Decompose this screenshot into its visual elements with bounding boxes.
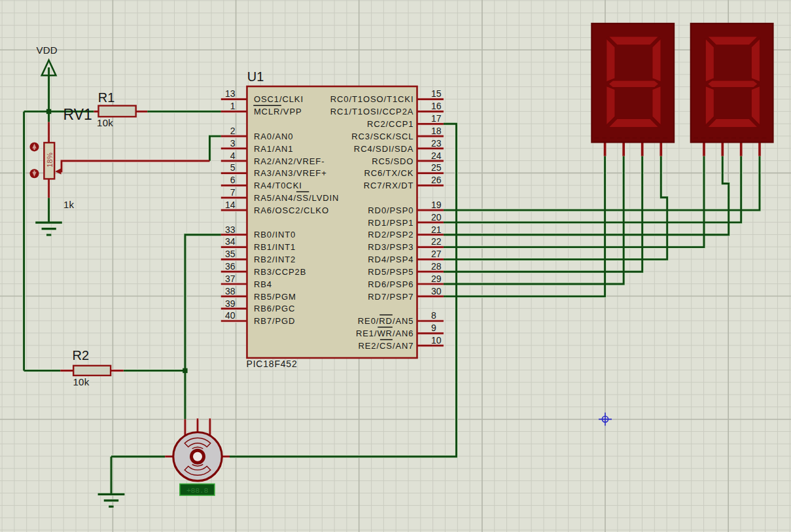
svg-text:U1: U1	[247, 69, 264, 84]
svg-text:36: 36	[225, 261, 236, 272]
svg-text:28: 28	[431, 261, 442, 272]
svg-text:10k: 10k	[97, 117, 113, 128]
svg-text:RB4: RB4	[254, 279, 272, 289]
svg-text:RC0/T1OSO/T1CKI: RC0/T1OSO/T1CKI	[330, 94, 414, 104]
svg-text:RC4/SDI/SDA: RC4/SDI/SDA	[354, 144, 414, 154]
svg-text:18%: 18%	[46, 152, 54, 168]
svg-text:1: 1	[230, 101, 236, 111]
svg-text:22: 22	[431, 236, 442, 247]
svg-text:RC3/SCK/SCL: RC3/SCK/SCL	[351, 132, 413, 141]
svg-text:7: 7	[230, 187, 236, 198]
svg-text:18: 18	[431, 126, 442, 136]
svg-text:8: 8	[431, 310, 436, 321]
svg-text:RA4/T0CKI: RA4/T0CKI	[254, 181, 302, 190]
svg-text:MCLR/VPP: MCLR/VPP	[254, 107, 302, 116]
svg-text:29: 29	[431, 274, 442, 284]
svg-text:RA6/OSC2/CLKO: RA6/OSC2/CLKO	[254, 205, 329, 215]
svg-text:PIC18F452: PIC18F452	[247, 359, 298, 369]
svg-text:RC7/RX/DT: RC7/RX/DT	[364, 181, 414, 190]
svg-text:RE0/RD/AN5: RE0/RD/AN5	[358, 316, 414, 326]
svg-text:RB2/INT2: RB2/INT2	[254, 255, 296, 264]
svg-text:RE2/CS/AN7: RE2/CS/AN7	[359, 341, 414, 351]
svg-text:RA0/AN0: RA0/AN0	[254, 132, 294, 141]
svg-text:27: 27	[431, 249, 442, 259]
svg-text:RD3/PSP3: RD3/PSP3	[368, 242, 413, 252]
svg-text:RB7/PGD: RB7/PGD	[254, 316, 295, 326]
svg-text:3: 3	[230, 138, 236, 149]
svg-text:16: 16	[431, 101, 442, 111]
svg-text:21: 21	[431, 224, 442, 235]
svg-text:35: 35	[225, 249, 236, 259]
svg-text:RC1/T1OSI/CCP2A: RC1/T1OSI/CCP2A	[330, 107, 414, 116]
svg-text:14: 14	[225, 200, 236, 210]
svg-text:37: 37	[225, 274, 236, 284]
svg-text:RC5/SDO: RC5/SDO	[372, 156, 413, 166]
svg-text:RB0/INT0: RB0/INT0	[254, 230, 296, 239]
svg-text:OSC1/CLKI: OSC1/CLKI	[254, 94, 304, 104]
svg-text:RD7/PSP7: RD7/PSP7	[368, 292, 413, 302]
svg-text:RD6/PSP6: RD6/PSP6	[368, 279, 413, 289]
svg-text:RD0/PSP0: RD0/PSP0	[368, 205, 413, 215]
svg-text:30: 30	[431, 286, 442, 296]
svg-text:RE1/WR/AN6: RE1/WR/AN6	[356, 328, 413, 338]
svg-text:26: 26	[431, 175, 442, 185]
svg-text:RC6/TX/CK: RC6/TX/CK	[364, 168, 413, 178]
svg-text:RV1: RV1	[63, 106, 92, 123]
svg-text:13: 13	[225, 88, 236, 99]
svg-text:34: 34	[225, 236, 236, 247]
svg-text:RB5/PGM: RB5/PGM	[254, 292, 296, 302]
svg-text:23: 23	[431, 138, 442, 149]
svg-text:5: 5	[230, 162, 236, 173]
svg-text:10: 10	[431, 335, 442, 346]
svg-text:33: 33	[225, 224, 236, 235]
svg-text:VDD: VDD	[36, 44, 58, 56]
svg-text:20: 20	[431, 212, 442, 222]
svg-text:RA5/AN4/SS/LVDIN: RA5/AN4/SS/LVDIN	[254, 193, 339, 203]
svg-text:RC2/CCP1: RC2/CCP1	[367, 119, 414, 129]
svg-text:RA3/AN3/VREF+: RA3/AN3/VREF+	[254, 168, 327, 178]
svg-text:17: 17	[431, 113, 442, 124]
svg-text:RB6/PGC: RB6/PGC	[254, 304, 295, 313]
svg-text:RA2/AN2/VREF-: RA2/AN2/VREF-	[254, 156, 325, 166]
svg-text:RD5/PSP5: RD5/PSP5	[368, 267, 413, 277]
svg-text:40: 40	[225, 310, 236, 321]
svg-text:25: 25	[431, 162, 442, 173]
svg-text:RD2/PSP2: RD2/PSP2	[368, 230, 413, 239]
svg-text:19: 19	[431, 200, 442, 210]
svg-text:1k: 1k	[63, 199, 75, 210]
svg-text:RA1/AN1: RA1/AN1	[254, 144, 294, 154]
svg-text:6: 6	[230, 175, 236, 185]
svg-text:15: 15	[431, 88, 442, 99]
svg-text:39: 39	[225, 298, 236, 309]
svg-text:+88.8: +88.8	[186, 486, 208, 495]
svg-text:RD1/PSP1: RD1/PSP1	[368, 218, 413, 228]
svg-text:2: 2	[230, 126, 236, 136]
svg-text:RB3/CCP2B: RB3/CCP2B	[254, 267, 306, 277]
svg-text:4: 4	[230, 151, 236, 161]
svg-text:RB1/INT1: RB1/INT1	[254, 242, 296, 252]
svg-text:RD4/PSP4: RD4/PSP4	[368, 255, 413, 264]
svg-text:R2: R2	[73, 348, 90, 363]
svg-text:38: 38	[225, 286, 236, 296]
svg-text:24: 24	[431, 151, 442, 161]
svg-text:9: 9	[431, 323, 436, 333]
svg-text:10k: 10k	[73, 376, 89, 387]
svg-text:R1: R1	[98, 90, 115, 105]
